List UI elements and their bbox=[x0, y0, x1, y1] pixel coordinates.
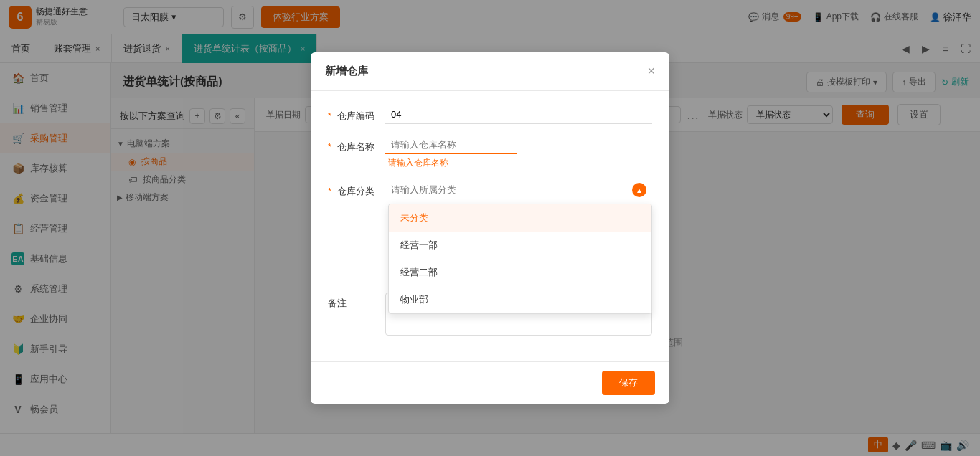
name-label: * 仓库名称 bbox=[328, 136, 385, 153]
required-star-2: * bbox=[328, 141, 331, 152]
category-input[interactable] bbox=[385, 181, 652, 199]
modal-body: * 仓库编码 * 仓库名称 请输入仓库名称 bbox=[311, 91, 669, 361]
modal-footer: 保存 bbox=[311, 361, 669, 404]
modal-title: 新增仓库 bbox=[325, 65, 368, 78]
category-select-wrap: ▲ bbox=[385, 181, 652, 199]
name-field-row: * 仓库名称 请输入仓库名称 bbox=[328, 136, 652, 169]
required-star-3: * bbox=[328, 186, 331, 196]
note-label: 备注 bbox=[328, 293, 385, 310]
required-star: * bbox=[328, 110, 331, 121]
dropdown-item-dept1[interactable]: 经营一部 bbox=[389, 232, 651, 259]
category-field-row: * 仓库分类 ▲ 未分类 经营一部 经营二部 bbox=[328, 181, 652, 199]
modal-overlay[interactable]: 新增仓库 × * 仓库编码 * 仓库名称 bbox=[0, 0, 980, 456]
name-error-msg: 请输入仓库名称 bbox=[388, 158, 448, 168]
modal-close-button[interactable]: × bbox=[647, 64, 655, 79]
save-button[interactable]: 保存 bbox=[602, 371, 655, 395]
name-input[interactable] bbox=[385, 136, 517, 154]
dropdown-item-dept2[interactable]: 经营二部 bbox=[389, 259, 651, 286]
category-arrow-button[interactable]: ▲ bbox=[632, 183, 646, 197]
code-input[interactable] bbox=[385, 105, 652, 124]
dropdown-item-unclassified[interactable]: 未分类 bbox=[389, 204, 651, 232]
code-label: * 仓库编码 bbox=[328, 105, 385, 123]
dropdown-item-property[interactable]: 物业部 bbox=[389, 286, 651, 313]
category-label: * 仓库分类 bbox=[328, 181, 385, 198]
modal-header: 新增仓库 × bbox=[311, 52, 669, 91]
code-field-row: * 仓库编码 bbox=[328, 105, 652, 124]
modal-add-warehouse: 新增仓库 × * 仓库编码 * 仓库名称 bbox=[311, 52, 669, 404]
category-dropdown: 未分类 经营一部 经营二部 物业部 bbox=[388, 204, 652, 314]
